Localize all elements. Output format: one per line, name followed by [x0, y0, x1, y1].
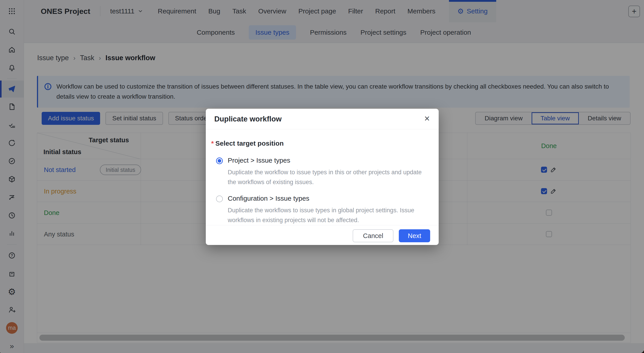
radio-button[interactable] — [216, 196, 223, 202]
cancel-button[interactable]: Cancel — [353, 229, 394, 242]
close-icon[interactable]: × — [422, 113, 432, 124]
next-button[interactable]: Next — [399, 229, 430, 242]
field-label: * Select target position — [211, 140, 430, 147]
option-configuration-issue-types[interactable]: Configuration > Issue types Duplicate th… — [211, 195, 430, 225]
modal-footer: Cancel Next — [206, 225, 439, 246]
modal-header: Duplicate workflow × — [206, 109, 439, 129]
modal-title: Duplicate workflow — [214, 115, 282, 123]
option-label: Configuration > Issue types — [228, 195, 430, 202]
field-label-text: Select target position — [216, 140, 284, 147]
option-project-issue-types[interactable]: Project > Issue types Duplicate the work… — [211, 157, 430, 187]
option-description: Duplicate the workflow to issue types in… — [228, 167, 430, 187]
option-description: Duplicate the workflows to issue types i… — [228, 205, 430, 225]
radio-button[interactable] — [216, 157, 223, 164]
application-window: ? ⚙ ma » ONES Project — [0, 0, 644, 353]
duplicate-workflow-modal: Duplicate workflow × * Select target pos… — [206, 109, 439, 245]
required-mark: * — [211, 140, 214, 147]
modal-body: * Select target position Project > Issue… — [206, 129, 439, 225]
option-label: Project > Issue types — [228, 157, 430, 164]
